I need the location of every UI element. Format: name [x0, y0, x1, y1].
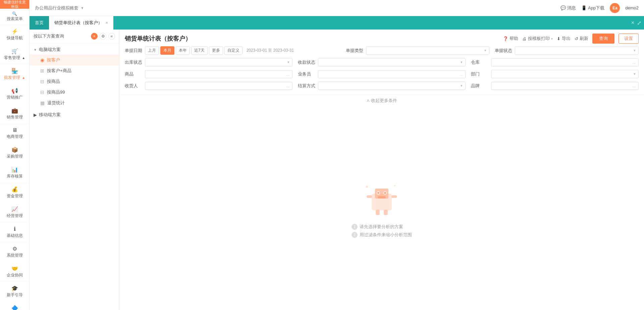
sidebar-item-label: 经营管理: [7, 213, 23, 218]
out-status-select[interactable]: ▾: [145, 58, 292, 66]
scheme-item-label: 按商品99: [47, 89, 65, 95]
print-dropdown-icon[interactable]: ▾: [551, 37, 553, 41]
scheme-desktop-group[interactable]: ▼ 电脑端方案: [30, 45, 119, 55]
scheme-item-by-customer[interactable]: ◉ 按客户: [30, 55, 119, 65]
date-this-month-btn[interactable]: 本月: [160, 46, 174, 55]
avatar[interactable]: Ea: [610, 3, 620, 13]
sidebar-item-operations[interactable]: 📈 经营管理: [0, 203, 29, 222]
filter-warehouse-label: 仓库: [471, 59, 488, 65]
logo-subtext: 标版: [11, 4, 18, 9]
header-left: 办公用品行业模拟账套 ▾: [35, 5, 84, 11]
wholesale-arrow: ▲: [22, 76, 25, 80]
payment-status-select[interactable]: ▾: [318, 58, 466, 66]
sidebar-item-cooperation[interactable]: 🤝 企业协同: [0, 262, 29, 282]
filter-item-warehouse: 仓库 ...: [471, 58, 639, 66]
empty-tip-1: 1 请先选择要分析的方案: [352, 224, 412, 230]
svg-rect-6: [378, 196, 386, 198]
scheme-item-icon-2: ⊞: [40, 68, 44, 73]
sidebar-item-inventory[interactable]: 📊 库存核算: [0, 163, 29, 183]
sidebar-item-label: 基础信息: [7, 233, 23, 238]
filter-staff-label: 业务员: [298, 71, 315, 77]
sidebar-item-basic[interactable]: ℹ 基础信息: [0, 222, 29, 242]
sidebar-item-label: 库存核算: [7, 174, 23, 178]
app-title-dropdown-icon[interactable]: ▾: [81, 5, 84, 10]
scheme-collapse-button[interactable]: «: [108, 33, 115, 40]
svg-text:✦: ✦: [365, 184, 369, 190]
dept-select[interactable]: ▾: [491, 70, 639, 78]
date-prev-month-btn[interactable]: 上月: [145, 46, 159, 55]
date-this-year-btn[interactable]: 本年: [176, 46, 190, 55]
sidebar-item-newbie[interactable]: 🎓 新手引导: [0, 282, 29, 302]
message-button[interactable]: 💬 消息: [560, 5, 576, 11]
filter-header: 销货单统计表（按客户） ❓ 帮助 🖨 按模板打印 ▾ ⬇ 导出: [119, 30, 644, 46]
help-button[interactable]: ❓ 帮助: [503, 36, 518, 42]
empty-tip-2: 2 用过滤条件来缩小分析范围: [352, 232, 412, 238]
app-logo: 畅捷信好生意 标版: [0, 0, 29, 9]
order-status-select[interactable]: ▾: [515, 46, 639, 55]
tab-close-icon[interactable]: ×: [106, 20, 108, 25]
sidebar-item-wholesale[interactable]: 🏪 批发管理 ▲: [0, 64, 29, 84]
scheme-mobile-group[interactable]: ▶ 移动端方案: [30, 110, 119, 120]
print-button[interactable]: 🖨 按模板打印 ▾: [522, 36, 553, 42]
date-more-btn[interactable]: 更多: [209, 46, 223, 55]
order-type-select[interactable]: ▾: [366, 46, 490, 55]
sidebar-item-label: 批发管理: [4, 75, 20, 80]
setting-button[interactable]: 设置: [619, 34, 639, 44]
staff-select[interactable]: ...: [318, 70, 466, 78]
search-icon: 🔍: [12, 11, 17, 16]
filter-item-payment-status: 收款状态 ▾: [298, 58, 466, 66]
sidebar-item-marketing[interactable]: 📢 营销推广: [0, 84, 29, 104]
main-area: 办公用品行业模拟账套 ▾ 💬 消息 📱 App下载 Ea demo2 首页 销货…: [30, 0, 644, 310]
collapse-more-button[interactable]: ∧ 收起更多条件: [119, 95, 644, 106]
ecommerce-icon: 🖥: [1, 127, 28, 133]
tab-active[interactable]: 销货单统计表（按客户） ×: [49, 16, 113, 30]
filter-order-status-label: 单据状态: [495, 48, 512, 54]
filter-item-dept: 部门 ▾: [471, 70, 639, 78]
filter-item-brand: 品牌 ...: [471, 82, 639, 90]
scheme-section-desktop: ▼ 电脑端方案 ◉ 按客户 ⊞ 按客户+商品 ⊟ 按商品 ⊟ 按商品: [30, 43, 119, 110]
app-download-label: App下载: [588, 5, 604, 11]
group-expand-icon: ▼: [34, 48, 37, 52]
sidebar-item-sales[interactable]: 💼 销售管理: [0, 104, 29, 124]
sidebar-item-appcenter[interactable]: 🔷 应用中心: [0, 302, 29, 310]
order-status-arrow: ▾: [634, 48, 636, 53]
app-download-button[interactable]: 📱 App下载: [581, 5, 604, 11]
scheme-item-by-customer-product[interactable]: ⊞ 按客户+商品: [30, 65, 119, 76]
scheme-item-returns[interactable]: ▦ 退货统计: [30, 98, 119, 108]
brand-select[interactable]: ...: [491, 82, 639, 90]
sidebar-item-retail[interactable]: 🛒 零售管理 ▲: [0, 45, 29, 64]
scheme-add-button[interactable]: +: [91, 33, 98, 40]
sidebar-item-search[interactable]: 🔍 搜索菜单: [0, 9, 29, 25]
product-select[interactable]: ...: [145, 70, 292, 78]
sidebar-item-system[interactable]: ⚙ 系统管理: [0, 242, 29, 262]
receiver-select[interactable]: ...: [145, 82, 292, 90]
scheme-item-by-product99[interactable]: ⊟ 按商品99: [30, 87, 119, 98]
date-custom-btn[interactable]: 自定义: [224, 46, 243, 55]
sidebar-item-finance[interactable]: 💰 资金管理: [0, 183, 29, 203]
staff-dots: ...: [460, 72, 463, 76]
date-last7-btn[interactable]: 近7天: [191, 46, 208, 55]
brand-dots: ...: [633, 84, 636, 88]
window-maximize-icon[interactable]: ⤢: [637, 20, 641, 26]
refresh-button[interactable]: ↺ 刷新: [575, 36, 588, 42]
payment-method-select[interactable]: ▾: [318, 82, 466, 90]
warehouse-select[interactable]: ...: [491, 58, 639, 66]
scheme-settings-button[interactable]: ⚙: [100, 33, 106, 40]
sidebar-item-purchase[interactable]: 📦 采购管理: [0, 143, 29, 163]
sidebar-item-ecommerce[interactable]: 🖥 电商管理: [0, 124, 29, 143]
export-button[interactable]: ⬇ 导出: [557, 36, 571, 42]
order-type-arrow: ▾: [484, 48, 486, 53]
query-button[interactable]: 查询: [592, 34, 614, 44]
filter-item-product: 商品 ...: [125, 70, 292, 78]
sales-icon: 💼: [1, 107, 28, 114]
print-icon: 🖨: [522, 36, 527, 41]
sidebar-item-label: 电商管理: [7, 134, 23, 139]
empty-state: ✦ ✦ 1 请先选择要分析的方案 2 用过滤条件来缩小分析范围: [119, 106, 644, 310]
sidebar-item-quick-nav[interactable]: ⚡ 快捷导航: [0, 25, 29, 45]
scheme-item-by-product[interactable]: ⊟ 按商品: [30, 76, 119, 87]
window-close-icon[interactable]: ×: [631, 20, 634, 26]
tab-home[interactable]: 首页: [30, 16, 49, 30]
svg-rect-8: [384, 210, 388, 215]
help-icon: ❓: [503, 36, 508, 41]
inventory-icon: 📊: [1, 166, 28, 173]
